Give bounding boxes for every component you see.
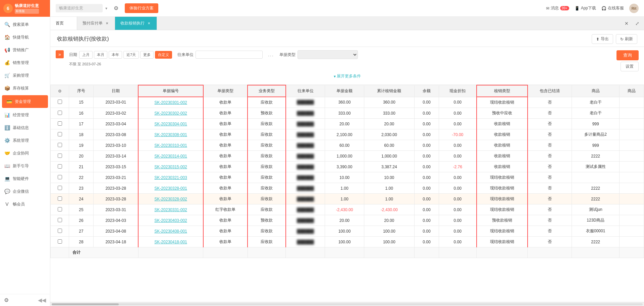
cell-checkbox[interactable] [51, 140, 69, 151]
row-checkbox[interactable] [58, 132, 62, 136]
cell-bill-no[interactable]: SK-20230408-001 [138, 226, 203, 237]
message-button[interactable]: ✉ 消息 99+ [546, 5, 569, 11]
cell-checkbox[interactable] [51, 237, 69, 247]
tab-collection-close-icon[interactable]: ✕ [147, 21, 151, 26]
query-button[interactable]: 查询 [616, 50, 639, 60]
row-checkbox[interactable] [58, 186, 62, 190]
sidebar-item-base[interactable]: ℹ️ 基础信息 [0, 121, 50, 134]
sidebar-item-sales[interactable]: 💰 销售管理 [0, 56, 50, 69]
row-checkbox[interactable] [58, 175, 62, 179]
column-settings-icon[interactable]: ⚙ [58, 89, 62, 94]
sidebar-item-vip[interactable]: V 畅会员 [0, 198, 50, 210]
collapse-icon[interactable]: ◀◀ [38, 297, 46, 303]
expand-more-button[interactable]: ▾ 展开更多条件 [334, 73, 361, 79]
cell-bill-no[interactable]: SK-20230308-001 [138, 129, 203, 140]
sidebar-item-hardware[interactable]: 💻 智能硬件 [0, 172, 50, 185]
cell-bill-no[interactable]: SK-20230304-001 [138, 119, 203, 129]
cell-checkbox[interactable] [51, 151, 69, 162]
cell-checkbox[interactable] [51, 108, 69, 119]
filter-settings-button[interactable]: 设置 [621, 62, 639, 71]
table-wrapper[interactable]: ⚙ 序号 日期 单据编号 单据类型 业务类型 往来单位 单据金额 累计核销金额 … [50, 85, 644, 302]
cell-checkbox[interactable] [51, 215, 69, 226]
online-service-button[interactable]: 🎧 在线客服 [601, 5, 624, 11]
sidebar-item-search[interactable]: 🔍 搜索菜单 [0, 18, 50, 31]
cell-bill-no[interactable]: SK-20230314-001 [138, 151, 203, 162]
cell-checkbox[interactable] [51, 129, 69, 140]
row-checkbox[interactable] [58, 121, 62, 126]
date-btn-7days[interactable]: 近7天 [123, 51, 139, 59]
sidebar-item-corp[interactable]: 🤝 企业协同 [0, 147, 50, 160]
sidebar-item-guide[interactable]: 📖 新手引导 [0, 160, 50, 172]
tab-prepay-close-icon[interactable]: ✕ [105, 21, 109, 26]
cell-bill-no[interactable]: SK-20230310-001 [138, 140, 203, 151]
table-row[interactable]: 15 2023-03-01 SK-20230301-002 收款单 应收款 ██… [51, 97, 644, 108]
row-checkbox[interactable] [58, 164, 62, 169]
table-row[interactable]: 17 2023-03-04 SK-20230304-001 收款单 应收款 ██… [51, 119, 644, 129]
table-row[interactable]: 18 2023-03-08 SK-20230308-001 收款单 应收款 ██… [51, 129, 644, 140]
date-btn-this-year[interactable]: 本年 [109, 51, 122, 59]
table-row[interactable]: 24 2023-03-28 SK-20230328-002 收款单 应收款 ██… [51, 194, 644, 204]
filter-expand-arrow[interactable]: » [56, 50, 64, 58]
table-row[interactable]: 20 2023-03-14 SK-20230314-001 收款单 应收款 ██… [51, 151, 644, 162]
sidebar-item-operation[interactable]: 📊 经营管理 [0, 109, 50, 121]
cell-bill-no[interactable]: SK-20230418-001 [138, 237, 203, 247]
cell-checkbox[interactable] [51, 97, 69, 108]
tab-close-all-icon[interactable]: ✕ [623, 19, 631, 27]
sidebar-item-wechat[interactable]: 💬 企业微信 [0, 185, 50, 198]
settings-icon[interactable]: ⚙ [4, 297, 9, 303]
date-btn-custom[interactable]: 自定义 [155, 51, 172, 59]
cell-checkbox[interactable] [51, 172, 69, 183]
horizontal-scrollbar[interactable] [50, 302, 644, 306]
row-checkbox[interactable] [58, 100, 62, 104]
sidebar-item-finance[interactable]: 💳 资金管理 [2, 95, 48, 108]
sidebar-item-marketing[interactable]: 📢 营销推广 [0, 44, 50, 56]
dropdown-arrow-icon[interactable]: ▾ [105, 6, 107, 11]
cell-checkbox[interactable] [51, 119, 69, 129]
row-checkbox[interactable] [58, 239, 62, 244]
app-download-button[interactable]: 📱 App下载 [575, 5, 596, 11]
row-checkbox[interactable] [58, 196, 62, 201]
table-row[interactable]: 22 2023-03-21 SK-20230321-003 收款单 应收款 ██… [51, 172, 644, 183]
row-checkbox[interactable] [58, 143, 62, 147]
scrollbar-thumb[interactable] [52, 303, 119, 305]
cell-checkbox[interactable] [51, 204, 69, 215]
export-button[interactable]: ⬆ 导出 [592, 34, 613, 44]
row-checkbox[interactable] [58, 218, 62, 222]
sidebar-item-shortcut[interactable]: 🏠 快捷导航 [0, 31, 50, 44]
avatar[interactable]: Rit [629, 4, 639, 13]
date-btn-this-month[interactable]: 本月 [94, 51, 107, 59]
row-checkbox[interactable] [58, 111, 62, 115]
table-row[interactable]: 28 2023-04-18 SK-20230418-001 收款单 应收款 ██… [51, 237, 644, 247]
tab-maximize-icon[interactable]: ⤢ [633, 19, 641, 27]
sidebar-item-purchase[interactable]: 🛒 采购管理 [0, 69, 50, 82]
sidebar-item-system[interactable]: ⚙️ 系统管理 [0, 134, 50, 147]
table-row[interactable]: 21 2023-03-15 SK-20230315-002 收款单 应收款 ██… [51, 162, 644, 172]
table-row[interactable]: 26 2023-04-03 SK-20230403-002 收款单 预收款 ██… [51, 215, 644, 226]
table-row[interactable]: 23 2023-03-28 SK-20230328-001 收款单 应收款 ██… [51, 183, 644, 194]
cell-bill-no[interactable]: SK-20230302-002 [138, 108, 203, 119]
cell-checkbox[interactable] [51, 183, 69, 194]
cell-checkbox[interactable] [51, 226, 69, 237]
sidebar-item-inventory[interactable]: 📦 库存核算 [0, 82, 50, 95]
cell-bill-no[interactable]: SK-20230321-003 [138, 172, 203, 183]
table-row[interactable]: 27 2023-04-08 SK-20230408-001 收款单 应收款 ██… [51, 226, 644, 237]
row-checkbox[interactable] [58, 207, 62, 211]
cell-bill-no[interactable]: SK-20230301-002 [138, 97, 203, 108]
date-btn-more[interactable]: 更多 [140, 51, 154, 59]
cell-bill-no[interactable]: SK-20230403-002 [138, 215, 203, 226]
cell-checkbox[interactable] [51, 194, 69, 204]
cell-bill-no[interactable]: SK-20230331-002 [138, 204, 203, 215]
row-checkbox[interactable] [58, 154, 62, 158]
solution-button[interactable]: 体验行业方案 [125, 3, 158, 13]
tab-prepay[interactable]: 预付应付单 ✕ [77, 17, 115, 30]
tab-collection[interactable]: 收款核销执行 ✕ [115, 17, 157, 30]
row-checkbox[interactable] [58, 229, 62, 233]
counterpart-input[interactable] [196, 51, 263, 59]
cell-bill-no[interactable]: SK-20230328-002 [138, 194, 203, 204]
date-btn-last-month[interactable]: 上月 [79, 51, 93, 59]
cell-bill-no[interactable]: SK-20230328-001 [138, 183, 203, 194]
refresh-button[interactable]: ↻ 刷新 [616, 34, 637, 44]
tab-home[interactable]: 首页 [50, 17, 77, 30]
table-row[interactable]: 19 2023-03-10 SK-20230310-001 收款单 应收款 ██… [51, 140, 644, 151]
cell-bill-no[interactable]: SK-20230315-002 [138, 162, 203, 172]
